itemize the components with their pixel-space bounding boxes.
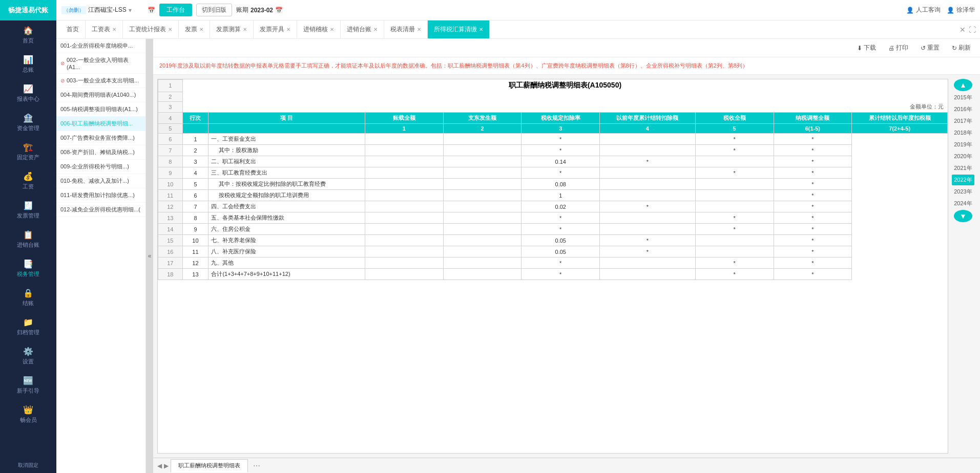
row-num-5: 5	[158, 124, 183, 134]
print-icon: 🖨	[888, 45, 894, 52]
tab-tax-clear[interactable]: 税表清册 ✕	[384, 20, 428, 39]
list-item-010[interactable]: 010-免税、减收入及加计...)	[56, 174, 145, 188]
list-item-007[interactable]: 007-广告费和业务宣传费障...)	[56, 131, 145, 145]
collapse-panel-btn[interactable]: «	[146, 39, 153, 473]
spreadsheet[interactable]: 1 职工薪酬纳税调整明细表(A105050) 2 3 金额	[157, 79, 948, 454]
tab-income-tax[interactable]: 所得税汇算清缴 ✕	[428, 20, 490, 39]
closing-icon: 🔒	[23, 288, 33, 298]
old-version-button[interactable]: 切到旧版	[196, 4, 232, 16]
row-num-3: 3	[158, 101, 183, 113]
tab-home[interactable]: 首页	[60, 20, 86, 39]
tab-invoice-open-close[interactable]: ✕	[286, 27, 290, 32]
tab-invoice[interactable]: 发票 ✕	[179, 20, 210, 39]
period-calendar-icon: 📅	[275, 7, 283, 14]
period-selector[interactable]: 账期 2023-02 📅	[236, 6, 283, 14]
content-area: 001-企业所得税年度纳税申... ⊘ 002-一般企业收入明细表(A1... …	[56, 39, 980, 473]
sheet-container: 1 职工薪酬纳税调整明细表(A105050) 2 3 金额	[153, 75, 980, 458]
service-btn[interactable]: 👤 人工客询	[906, 6, 941, 14]
sheet-more-options[interactable]: ⋯	[253, 462, 260, 470]
user-menu[interactable]: 👤 徐泽华	[947, 6, 975, 14]
nav-prev-sheet[interactable]: ◀	[157, 462, 162, 469]
tab-income-tax-close[interactable]: ✕	[479, 27, 483, 32]
sidebar-item-tax-mgr[interactable]: 📑 税务管理	[0, 254, 56, 283]
year-nav-up[interactable]: ▲	[954, 79, 972, 91]
year-2024[interactable]: 2024年	[952, 198, 974, 209]
sidebar-item-archive[interactable]: 📁 归档管理	[0, 312, 56, 341]
year-2019[interactable]: 2019年	[952, 139, 974, 150]
sidebar-item-in-out[interactable]: 📋 进销台账	[0, 225, 56, 254]
sidebar-item-report[interactable]: 📈 报表中心	[0, 79, 56, 108]
year-2020[interactable]: 2020年	[952, 151, 974, 162]
tab-tax-clear-label: 税表清册	[390, 25, 415, 34]
workspace-button[interactable]: 工作台	[159, 4, 192, 16]
sidebar-item-asset-mgr[interactable]: 🏦 资金管理	[0, 108, 56, 137]
tab-in-ledger-close[interactable]: ✕	[373, 27, 378, 32]
error-icon-002: ⊘	[60, 60, 65, 66]
tab-payroll-stat[interactable]: 工资统计报表 ✕	[123, 20, 179, 39]
year-2018[interactable]: 2018年	[952, 127, 974, 138]
fixed-asset-icon: 🏗️	[23, 142, 33, 152]
year-2015[interactable]: 2015年	[952, 92, 974, 103]
sidebar-item-fixed-asset[interactable]: 🏗️ 固定资产	[0, 137, 56, 166]
tabbar: 首页 工资表 ✕ 工资统计报表 ✕ 发票 ✕ 发票测算 ✕ 发票开具 ✕ 进销稽…	[56, 20, 980, 39]
year-2016[interactable]: 2016年	[952, 104, 974, 115]
avatar-icon: 👤	[947, 7, 954, 14]
tab-invoice-open[interactable]: 发票开具 ✕	[254, 20, 297, 39]
list-item-003[interactable]: ⊘ 003-一般企业成本支出明细...	[56, 74, 145, 88]
tab-in-ledger-label: 进销台账	[347, 25, 371, 34]
year-2017[interactable]: 2017年	[952, 116, 974, 126]
sidebar-item-home[interactable]: 🏠 首页	[0, 20, 56, 50]
list-item-008[interactable]: 008-资产折旧、摊销及纳税...)	[56, 145, 145, 160]
tab-home-label: 首页	[67, 25, 79, 34]
sidebar-item-settings[interactable]: ⚙️ 设置	[0, 341, 56, 371]
reset-icon: ↺	[921, 45, 926, 52]
sheet-title: 职工薪酬纳税调整明细表(A105050)	[182, 79, 947, 92]
tab-payroll[interactable]: 工资表 ✕	[86, 20, 123, 39]
sidebar-item-label: 总账	[23, 66, 34, 74]
list-item-009[interactable]: 009-企业所得税补亏明细...)	[56, 160, 145, 174]
cancel-fixed-btn[interactable]: 取消固定	[0, 458, 56, 473]
year-nav-down[interactable]: ▼	[954, 210, 972, 222]
year-2023[interactable]: 2023年	[952, 186, 974, 197]
sidebar-item-closing[interactable]: 🔒 结账	[0, 283, 56, 312]
list-item-004[interactable]: 004-期间费用明细表(A1040...)	[56, 88, 145, 102]
sidebar-item-ledger[interactable]: 📊 总账	[0, 50, 56, 79]
list-item-005[interactable]: 005-纳税调整项目明细表(A1...)	[56, 102, 145, 117]
list-item-001[interactable]: 001-企业所得税年度纳税申...	[56, 39, 145, 53]
col-h-header: 纳税调整全额	[774, 113, 852, 124]
year-2022[interactable]: 2022年	[952, 175, 974, 185]
list-item-012[interactable]: 012-减免企业所得税优惠明细...(	[56, 203, 145, 217]
tab-in-verify-close[interactable]: ✕	[330, 27, 334, 32]
download-btn[interactable]: ⬇ 下载	[854, 42, 879, 54]
list-item-004-label: 004-期间费用明细表(A1040...)	[60, 91, 136, 99]
list-item-002[interactable]: ⊘ 002-一般企业收入明细表(A1...	[56, 53, 145, 74]
in-out-icon: 📋	[23, 230, 33, 240]
sidebar-item-invoice-mgr[interactable]: 🧾 发票管理	[0, 196, 56, 225]
tab-invoice-close[interactable]: ✕	[199, 27, 203, 32]
print-btn[interactable]: 🖨 打印	[885, 42, 911, 54]
sidebar-item-new-guide[interactable]: 🆕 新手引导	[0, 371, 56, 400]
sheet-tab-main[interactable]: 职工薪酬纳税调整明细表	[171, 459, 248, 472]
sidebar-item-label: 新手引导	[17, 387, 39, 395]
tab-tax-clear-close[interactable]: ✕	[417, 27, 421, 32]
tab-in-verify[interactable]: 进销稽核 ✕	[297, 20, 341, 39]
tab-payroll-stat-close[interactable]: ✕	[168, 27, 172, 32]
tab-close-all[interactable]: ✕	[960, 26, 966, 34]
tab-invoice-calc[interactable]: 发票测算 ✕	[210, 20, 254, 39]
reset-btn[interactable]: ↺ 重置	[918, 42, 943, 54]
company-selector[interactable]: （勿删） 江西磁宝-LSS ▾	[61, 6, 143, 14]
sidebar-item-payroll[interactable]: 💰 工资	[0, 166, 56, 196]
topbar: （勿删） 江西磁宝-LSS ▾ 📅 工作台 切到旧版 账期 2023-02 📅 …	[56, 0, 980, 20]
nav-next-sheet[interactable]: ▶	[164, 462, 169, 469]
tab-invoice-calc-close[interactable]: ✕	[243, 27, 247, 32]
tab-in-ledger[interactable]: 进销台账 ✕	[341, 20, 384, 39]
list-item-006[interactable]: 006-职工薪酬纳税调整明细...	[56, 117, 145, 131]
year-2021[interactable]: 2021年	[952, 163, 974, 174]
refresh-btn[interactable]: ↻ 刷新	[949, 42, 974, 54]
list-item-011[interactable]: 011-研发费用加计扣除优惠...)	[56, 188, 145, 203]
tab-expand[interactable]: ⛶	[969, 26, 976, 34]
tab-payroll-close[interactable]: ✕	[112, 27, 116, 32]
sidebar-item-member[interactable]: 👑 畅会员	[0, 400, 56, 429]
tab-invoice-open-label: 发票开具	[260, 25, 284, 34]
asset-icon: 🏦	[23, 113, 33, 123]
